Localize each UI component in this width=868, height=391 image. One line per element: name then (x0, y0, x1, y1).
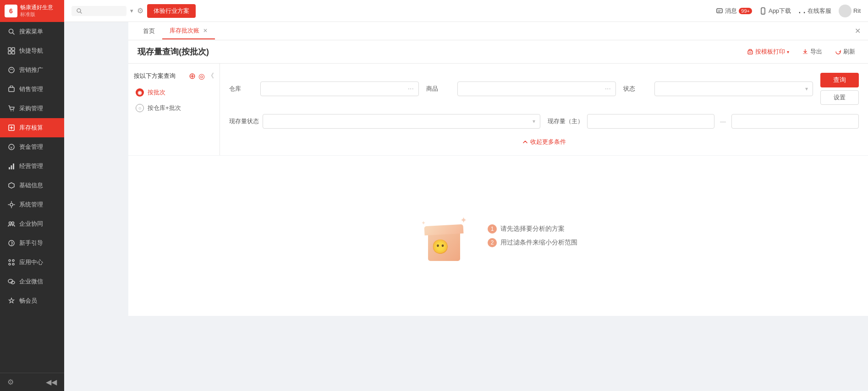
close-all-tabs-icon[interactable]: ✕ (855, 27, 861, 35)
inventory-status-chevron: ▾ (533, 118, 535, 125)
product-dots-icon: ··· (605, 85, 611, 93)
svg-point-31 (763, 12, 764, 13)
scheme-item-batch[interactable]: ◉ 按批次 (128, 85, 220, 100)
print-dropdown-icon[interactable]: ▾ (787, 49, 789, 54)
system-icon (7, 201, 16, 209)
sidebar-item-label: 企业协同 (19, 220, 43, 228)
warehouse-field: 仓库 ··· (229, 81, 419, 96)
online-service-action[interactable]: 在线客服 (798, 7, 831, 15)
page-header: 现存量查询(按批次) 按模板打印 ▾ 导出 刷新 (128, 40, 868, 64)
scheme-settings-icon[interactable]: ◎ (198, 72, 205, 81)
tab-inventory[interactable]: 库存批次账 ✕ (162, 23, 215, 39)
app-name: 畅康通好生意 (20, 4, 53, 11)
svg-rect-5 (12, 51, 15, 54)
sidebar-menu: 搜索菜单 快捷导航 营销推广 销售管理 采购管理 (0, 22, 64, 373)
filter-actions: 查询 设置 (820, 69, 859, 109)
sidebar-item-inventory[interactable]: 库存核算 (0, 118, 64, 137)
collapse-filter-btn[interactable]: 收起更多条件 (229, 134, 859, 150)
product-field: 商品 ··· (426, 81, 616, 96)
svg-point-20 (11, 245, 12, 246)
topbar-dropdown-icon[interactable]: ▾ (130, 7, 133, 14)
scheme-label-warehouse: 按仓库+批次 (148, 104, 181, 112)
svg-point-21 (9, 260, 11, 261)
tab-close-icon[interactable]: ✕ (203, 27, 208, 34)
tabs-bar: 首页 库存批次账 ✕ ✕ (128, 22, 868, 40)
sidebar-item-basic[interactable]: 基础信息 (0, 176, 64, 195)
user-avatar-action[interactable]: Rit (839, 5, 861, 17)
sidebar-item-apps[interactable]: 应用中心 (0, 253, 64, 272)
export-btn[interactable]: 导出 (798, 46, 826, 58)
svg-point-34 (842, 13, 848, 16)
svg-rect-36 (749, 52, 752, 53)
warehouse-dots-icon: ··· (408, 85, 414, 93)
svg-point-8 (11, 110, 11, 111)
wechat-icon (7, 277, 16, 286)
print-icon (747, 49, 753, 55)
add-scheme-icon[interactable]: ⊕ (189, 71, 196, 81)
warehouse-label: 仓库 (229, 85, 257, 93)
sidebar-item-label: 畅会员 (19, 297, 37, 305)
sidebar-item-nav[interactable]: 快捷导航 (0, 41, 64, 60)
svg-text:¥: ¥ (10, 146, 13, 150)
scheme-icon-batch: ◉ (136, 88, 144, 97)
scheme-item-warehouse-batch[interactable]: ○ 按仓库+批次 (128, 100, 220, 116)
svg-point-16 (10, 203, 13, 206)
tab-home[interactable]: 首页 (136, 23, 162, 39)
inventory-qty-label: 现存量（主） (548, 117, 583, 125)
svg-point-9 (13, 110, 14, 111)
product-input[interactable]: ··· (457, 81, 616, 96)
sidebar-item-search[interactable]: 搜索菜单 (0, 22, 64, 41)
inventory-qty-input-end[interactable] (731, 114, 859, 129)
sidebar-item-guide[interactable]: 新手引导 (0, 234, 64, 253)
collapse-sidebar-icon[interactable]: ◀◀ (46, 378, 57, 386)
hint-text-1: 请先选择要分析的方案 (500, 225, 565, 233)
svg-rect-15 (13, 163, 14, 169)
refresh-label: 刷新 (843, 48, 855, 56)
page-title: 现存量查询(按批次) (137, 46, 209, 57)
filter-schemes-header: 按以下方案查询 ⊕ ◎ 《 (128, 69, 220, 85)
status-select[interactable]: ▾ (654, 81, 813, 96)
sales-icon (7, 85, 16, 93)
empty-hints: 1 请先选择要分析的方案 2 用过滤条件来缩小分析范围 (488, 224, 577, 247)
empty-hint-1: 1 请先选择要分析的方案 (488, 224, 577, 234)
settings-icon[interactable]: ⚙ (7, 378, 14, 386)
sidebar-item-marketing[interactable]: 营销推广 (0, 60, 64, 80)
sidebar-item-system[interactable]: 系统管理 (0, 195, 64, 214)
sidebar-item-purchase[interactable]: 采购管理 (0, 99, 64, 118)
filter-schemes: 按以下方案查询 ⊕ ◎ 《 ◉ 按批次 ○ 按仓库+批次 (128, 64, 220, 155)
svg-rect-2 (8, 48, 11, 50)
print-btn[interactable]: 按模板打印 ▾ (743, 46, 793, 58)
sidebar-item-member[interactable]: 畅会员 (0, 291, 64, 310)
message-icon (716, 7, 723, 15)
inventory-status-field: 现存量状态 ▾ (229, 114, 540, 129)
filter-row-1: 仓库 ··· 商品 ··· 状态 (229, 69, 859, 109)
sidebar-item-collab[interactable]: 企业协同 (0, 214, 64, 234)
topbar-search-box[interactable] (71, 6, 126, 16)
topbar-settings-icon[interactable]: ⚙ (137, 6, 143, 15)
scheme-collapse-icon[interactable]: 《 (208, 72, 214, 80)
svg-point-22 (12, 260, 14, 261)
query-btn[interactable]: 查询 (820, 73, 859, 87)
inventory-qty-dash: — (718, 118, 728, 125)
sidebar-item-finance[interactable]: ¥ 资金管理 (0, 137, 64, 157)
empty-state-container: 😶 ✦ ✦ 1 请先选择要分析的方案 2 用过滤条件来缩小分析范围 (128, 156, 868, 316)
topbar: ▾ ⚙ 体验行业方案 消息 99+ App下载 在线客服 Rit (64, 0, 868, 22)
tab-home-label: 首页 (143, 27, 155, 35)
app-download-action[interactable]: App下载 (759, 7, 791, 15)
experience-btn[interactable]: 体验行业方案 (147, 4, 196, 18)
status-label: 状态 (623, 85, 651, 93)
sidebar-item-operation[interactable]: 经营管理 (0, 157, 64, 176)
sidebar-item-wechat[interactable]: 企业微信 (0, 272, 64, 291)
inventory-status-select[interactable]: ▾ (263, 114, 540, 129)
collab-icon (7, 220, 16, 228)
user-name: Rit (853, 7, 861, 14)
sidebar-item-sales[interactable]: 销售管理 (0, 80, 64, 99)
refresh-btn[interactable]: 刷新 (831, 46, 859, 58)
inventory-qty-input-start[interactable] (587, 114, 714, 129)
guide-icon (7, 239, 16, 247)
settings-btn[interactable]: 设置 (820, 90, 859, 105)
message-action[interactable]: 消息 99+ (716, 7, 752, 15)
warehouse-input[interactable]: ··· (260, 81, 419, 96)
box-face: 😶 (432, 239, 449, 255)
sidebar-item-label: 销售管理 (19, 85, 43, 93)
